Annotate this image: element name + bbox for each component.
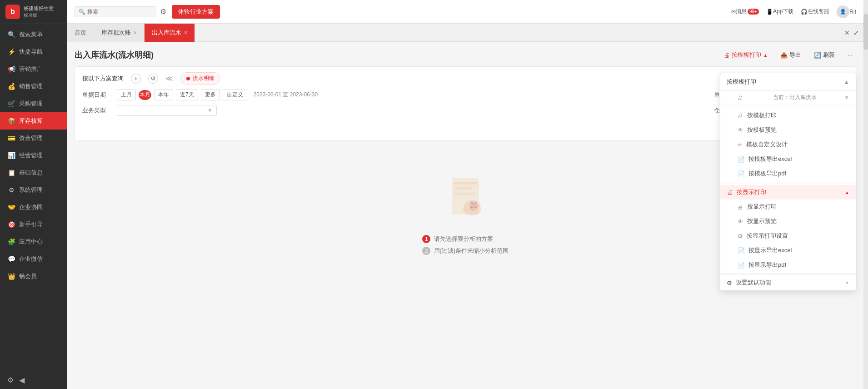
template-export-pdf-item[interactable]: 📄 按模板导出pdf [720,166,856,181]
trial-button[interactable]: 体验行业方案 [172,5,220,19]
sidebar-item-wechat[interactable]: 💬 企业微信 [0,250,67,268]
current-template: 🖨 当前：出入库流水 ▼ [720,91,856,104]
business-type-chevron-icon: ▼ [207,107,213,114]
sidebar-item-sales[interactable]: 💰 销售管理 [0,78,67,95]
download-icon: 📱 [766,9,773,15]
sidebar-item-operations[interactable]: 📊 经营管理 [0,147,67,164]
filter-collapse-button[interactable]: ≪ [165,74,173,83]
date-range-display: 2023-06-01 至 2023-06-30 [254,91,318,99]
settings-sub-icon: ⚙ [738,233,743,239]
system-icon: ⚙ [7,186,15,194]
filter-add-button[interactable]: + [131,74,141,84]
page-title: 出入库流水(流水明细) [75,50,154,60]
logo-sub: 标准版 [24,12,54,19]
more-actions-button[interactable]: ··· [844,50,856,60]
footer-settings-icon: ⚙ [727,279,732,286]
sidebar-item-system[interactable]: ⚙ 系统管理 [0,181,67,199]
basic-icon: 📋 [7,169,15,177]
current-chevron-icon: ▼ [844,95,849,101]
display-print-group-header[interactable]: 🖨 按显示打印 ▲ [720,185,856,199]
display-settings-item[interactable]: ⚙ 按显示打印设置 [720,229,856,243]
footer-chevron-icon: ▼ [845,280,849,285]
print-sub-icon-1: 🖨 [738,112,743,119]
business-type-select[interactable]: ▼ [117,105,217,116]
sidebar-nav: 🔍 搜索菜单 ⚡ 快捷导航 📢 营销推广 💰 销售管理 🛒 采购管理 📦 库存核… [0,24,67,371]
filter-chip-tag[interactable]: 流水明细 [180,72,220,85]
sales-icon: 💰 [7,82,15,90]
appstore-icon: 🧩 [7,238,15,246]
settings-bottom-icon[interactable]: ⚙ [7,376,14,384]
sidebar-item-finance[interactable]: 💳 资金管理 [0,130,67,147]
sidebar-item-member[interactable]: 👑 畅会员 [0,268,67,285]
date-more-btn[interactable]: 更多 [201,89,220,100]
sidebar-item-appstore[interactable]: 🧩 应用中心 [0,233,67,250]
export-button[interactable]: 📤 导出 [777,49,805,61]
chevron-up-icon: ▲ [763,53,768,58]
print-template-button[interactable]: 🖨 按模板打印 ▲ [720,49,771,61]
content-area: 出入库流水(流水明细) 🖨 按模板打印 ▲ 📤 导出 🔄 刷新 ··· [67,42,863,389]
tab-home[interactable]: 首页 [67,24,94,42]
custom-sub-icon: ✏ [738,141,743,148]
sidebar-item-search[interactable]: 🔍 搜索菜单 [0,26,67,43]
refresh-button[interactable]: 🔄 刷新 [810,49,838,61]
main-scrollbar[interactable] [863,0,868,389]
sidebar-item-basic[interactable]: 📋 基础信息 [0,164,67,181]
search-icon-top: 🔍 [79,9,85,15]
tab-flow-close[interactable]: × [184,30,187,36]
wechat-icon: 💬 [7,255,15,263]
date-custom-btn[interactable]: 自定义 [223,89,247,100]
date-current-month-btn[interactable]: 本月 [139,90,151,100]
tab-bar: 首页 库存批次账 × 出入库流水 × ✕ ⤢ [67,24,863,42]
set-default-footer[interactable]: ⚙ 设置默认功能 ▼ [720,274,856,290]
date-prev-month-btn[interactable]: 上月 [117,89,136,100]
print-sub-icon-2: 🖨 [738,204,743,210]
sidebar-item-guide[interactable]: 🎯 新手引导 [0,216,67,233]
svg-rect-2 [454,187,472,190]
pdf-sub-icon-2: 📄 [738,262,745,269]
print-dropdown-title: 按模板打印 [727,78,756,86]
headset-icon: 🎧 [801,9,808,15]
sidebar-item-quicknav[interactable]: ⚡ 快捷导航 [0,43,67,60]
tab-batch-close[interactable]: × [134,30,137,36]
user-avatar-button[interactable]: 👤 Rit [837,5,856,18]
sidebar-item-marketing[interactable]: 📢 营销推广 [0,60,67,78]
topbar-search-box[interactable]: 🔍 [75,6,156,17]
filter-chip-dot [186,77,190,80]
display-export-excel-item[interactable]: 📄 按显示导出excel [720,243,856,258]
empty-step-1: 1 请先选择要分析的方案 [422,235,508,243]
topbar-gear-icon[interactable]: ⚙ [160,7,166,16]
template-print-item[interactable]: 🖨 按模板打印 [720,108,856,123]
print-icon: 🖨 [724,52,730,59]
template-preview-item[interactable]: 👁 按模板预览 [720,123,856,137]
member-icon: 👑 [7,272,15,280]
filter-settings-button[interactable]: ⚙ [148,74,158,84]
main-area: 🔍 ⚙ 体验行业方案 ✉ 消息 99+ 📱 App下载 🎧 在线客服 👤 [67,0,863,389]
message-button[interactable]: ✉ 消息 99+ [731,8,759,15]
marketing-icon: 📢 [7,65,15,73]
display-preview-item[interactable]: 👁 按显示预览 [720,214,856,229]
sidebar-item-collab[interactable]: 🤝 企业协同 [0,199,67,216]
template-export-excel-item[interactable]: 📄 按模板导出excel [720,152,856,166]
collapse-sidebar-icon[interactable]: ◀ [19,376,25,384]
display-print-item[interactable]: 🖨 按显示打印 [720,199,856,214]
message-badge: 99+ [748,9,759,15]
pdf-sub-icon-1: 📄 [738,170,745,177]
preview-sub-icon-1: 👁 [738,127,743,134]
display-export-pdf-item[interactable]: 📄 按显示导出pdf [720,258,856,272]
export-icon: 📤 [780,52,788,59]
sidebar-item-purchase[interactable]: 🛒 采购管理 [0,95,67,112]
divider-2 [720,184,856,184]
tab-batch[interactable]: 库存批次账 × [94,24,145,42]
template-custom-item[interactable]: ✏ 模板自定义设计 [720,137,856,152]
app-download-button[interactable]: 📱 App下载 [766,8,793,15]
search-input[interactable] [87,9,146,15]
expand-window-icon[interactable]: ⤢ [853,29,859,36]
dropdown-collapse-icon[interactable]: ▲ [843,79,849,85]
online-service-button[interactable]: 🎧 在线客服 [801,8,829,15]
sidebar-item-inventory[interactable]: 📦 库存核算 [0,112,67,130]
date-7days-btn[interactable]: 近7天 [176,89,198,100]
date-year-btn[interactable]: 本年 [154,89,173,100]
search-icon: 🔍 [7,30,15,39]
close-window-icon[interactable]: ✕ [844,29,850,36]
tab-flow[interactable]: 出入库流水 × [145,24,195,42]
